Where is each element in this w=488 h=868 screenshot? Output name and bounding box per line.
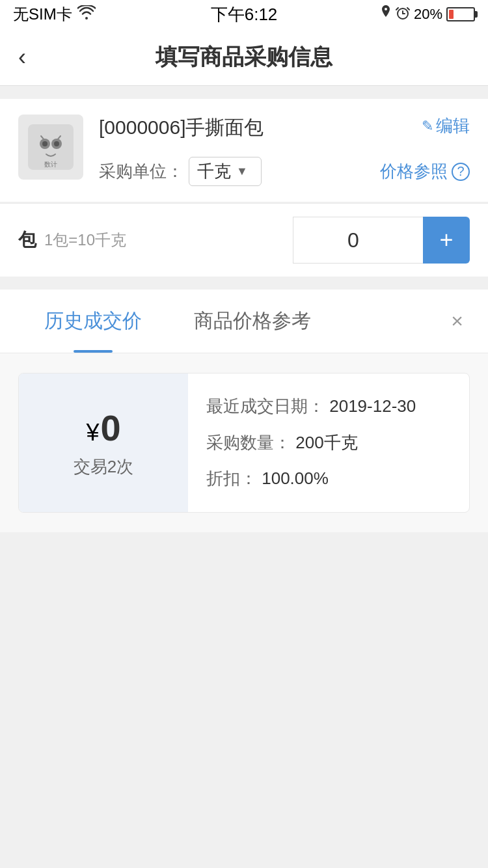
- product-details: [0000006]手撕面包 ✎ 编辑 采购单位： 千克 ▼ 价格参照: [99, 115, 470, 186]
- status-time: 下午6:12: [211, 3, 278, 26]
- price-card: ¥ 0 交易2次 最近成交日期： 2019-12-30 采购数量： 200千克 …: [18, 373, 470, 513]
- purchase-qty-row: 采购数量： 200千克: [206, 429, 451, 457]
- tab-history-price[interactable]: 历史成交价: [18, 290, 168, 353]
- product-image: 数计: [18, 115, 83, 180]
- purchase-qty-value: 200千克: [295, 433, 357, 452]
- unit-selector-group: 采购单位： 千克 ▼: [99, 157, 262, 186]
- tab-history-price-label: 历史成交价: [44, 310, 142, 331]
- price-ref-label: 价格参照: [380, 160, 448, 183]
- unit-conversion: 1包=10千克: [44, 230, 126, 251]
- quantity-input[interactable]: [293, 217, 423, 264]
- alarm-icon: [396, 5, 410, 23]
- page-title: 填写商品采购信息: [156, 42, 332, 72]
- edit-label: 编辑: [436, 115, 470, 137]
- product-unit-row: 采购单位： 千克 ▼ 价格参照 ?: [99, 157, 470, 186]
- wifi-icon: [77, 5, 96, 23]
- product-title-row: [0000006]手撕面包 ✎ 编辑: [99, 115, 470, 141]
- recent-date-row: 最近成交日期： 2019-12-30: [206, 393, 451, 420]
- status-right: 20%: [380, 5, 475, 23]
- product-header: 数计 [0000006]手撕面包 ✎ 编辑 采购单位： 千克 ▼: [18, 115, 470, 186]
- quantity-unit-info: 包 1包=10千克: [18, 228, 126, 252]
- status-left: 无SIM卡: [13, 4, 96, 25]
- price-right: 最近成交日期： 2019-12-30 采购数量： 200千克 折扣： 100.0…: [188, 373, 469, 512]
- price-left: ¥ 0 交易2次: [19, 373, 188, 512]
- battery-icon: [446, 7, 475, 21]
- nav-bar: ‹ 填写商品采购信息: [0, 29, 488, 86]
- help-icon: ?: [452, 163, 470, 181]
- discount-row: 折扣： 100.00%: [206, 465, 451, 493]
- carrier-text: 无SIM卡: [13, 4, 72, 25]
- page-background: [0, 532, 488, 868]
- unit-badge: 包: [18, 228, 36, 252]
- plus-icon: +: [439, 226, 453, 254]
- tab-price-reference[interactable]: 商品价格参考: [168, 290, 337, 353]
- recent-date-label: 最近成交日期：: [206, 396, 325, 416]
- price-currency: ¥: [86, 419, 99, 446]
- tabs-container: 历史成交价 商品价格参考 × ¥ 0 交易2次 最近成交日期： 2019-12-…: [0, 290, 488, 532]
- edit-button[interactable]: ✎ 编辑: [422, 115, 470, 137]
- location-icon: [380, 5, 392, 23]
- recent-date-value: 2019-12-30: [329, 396, 416, 416]
- purchase-qty-label: 采购数量：: [206, 433, 291, 452]
- discount-value: 100.00%: [262, 468, 329, 488]
- quantity-row: 包 1包=10千克 +: [0, 203, 488, 277]
- price-amount: 0: [100, 407, 120, 449]
- battery-percent: 20%: [414, 6, 442, 23]
- quantity-input-group: +: [293, 217, 470, 264]
- svg-point-6: [42, 141, 47, 146]
- tab-price-reference-label: 商品价格参考: [194, 310, 311, 331]
- product-card: 数计 [0000006]手撕面包 ✎ 编辑 采购单位： 千克 ▼: [0, 99, 488, 202]
- dropdown-arrow-icon: ▼: [236, 165, 248, 178]
- edit-icon: ✎: [422, 118, 433, 135]
- tabs-header: 历史成交价 商品价格参考 ×: [0, 290, 488, 353]
- product-name: [0000006]手撕面包: [99, 115, 264, 141]
- tab-close-button[interactable]: ×: [444, 303, 470, 340]
- quantity-plus-button[interactable]: +: [423, 217, 470, 264]
- svg-point-7: [54, 141, 59, 146]
- status-bar: 无SIM卡 下午6:12 20%: [0, 0, 488, 29]
- price-ref-button[interactable]: 价格参照 ?: [380, 160, 470, 183]
- unit-value: 千克: [197, 160, 231, 183]
- unit-label: 采购单位：: [99, 160, 183, 183]
- price-trade-count: 交易2次: [74, 455, 133, 478]
- discount-label: 折扣：: [206, 468, 257, 488]
- tab-content: ¥ 0 交易2次 最近成交日期： 2019-12-30 采购数量： 200千克 …: [0, 353, 488, 532]
- svg-text:数计: 数计: [44, 161, 57, 168]
- unit-dropdown[interactable]: 千克 ▼: [189, 157, 262, 186]
- battery-fill: [449, 10, 454, 19]
- back-button[interactable]: ‹: [18, 46, 26, 69]
- price-amount-display: ¥ 0: [86, 407, 120, 449]
